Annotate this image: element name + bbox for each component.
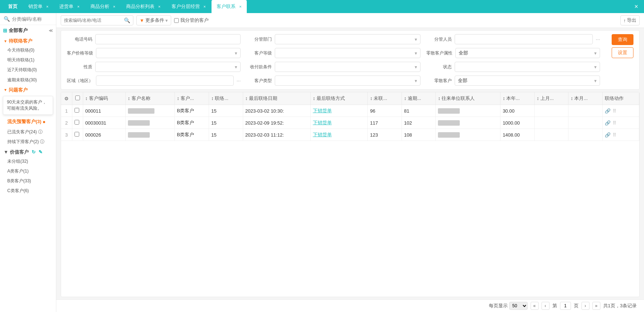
sidebar-item-today-pending[interactable]: 今天待联络(0): [0, 45, 56, 55]
refresh-icon[interactable]: ↻: [32, 149, 36, 155]
sidebar-item-class-b[interactable]: B类客户(33): [0, 176, 56, 186]
sidebar-item-churned[interactable]: 已流失客户(24) ⓘ: [0, 127, 56, 137]
value-section-title[interactable]: ▼ 价值客户 ↻ ✎: [0, 147, 56, 157]
payment-select[interactable]: ▾: [275, 62, 420, 72]
row-cb-1[interactable]: [72, 105, 83, 117]
th-year-amount[interactable]: ↕ 本年...: [500, 92, 535, 105]
th-last-contact-method[interactable]: ↕ 最后联络方式: [310, 92, 368, 105]
th-last-month-amount[interactable]: ↕ 上月...: [534, 92, 568, 105]
th-unit-contact[interactable]: ↕ 往来单位联系人: [436, 92, 500, 105]
th-overdue-days[interactable]: ↕ 逾期...: [402, 92, 435, 105]
status-select[interactable]: ▾: [455, 62, 600, 72]
action-more-icon-2[interactable]: ⠿: [613, 120, 616, 126]
th-last-contact-date[interactable]: ↕ 最后联络日期: [243, 92, 310, 105]
query-button[interactable]: 查询: [612, 34, 633, 45]
all-customers-header[interactable]: ⊞ 全部客户 ≪: [0, 25, 56, 36]
sidebar-item-week-pending[interactable]: 近7天待联络(0): [0, 65, 56, 75]
row-last-contact-method-1[interactable]: 下销货单: [310, 105, 368, 117]
close-customer-contact-icon[interactable]: ×: [239, 4, 241, 9]
scattered-attr-select[interactable]: 全部 ▾: [455, 48, 600, 58]
region-select[interactable]: [96, 76, 234, 86]
th-type[interactable]: ↕ 客户...: [174, 92, 209, 105]
nature-select[interactable]: ▾: [95, 62, 241, 72]
nav-tab-purchase[interactable]: 进货单 ×: [54, 0, 84, 13]
settings-icon[interactable]: ⚙: [64, 96, 69, 101]
th-this-month-amount[interactable]: ↕ 本月...: [568, 92, 602, 105]
sidebar-item-tomorrow-pending[interactable]: 明天待联络(1): [0, 55, 56, 65]
action-link-icon-3[interactable]: 🔗: [605, 132, 611, 138]
sidebar-item-declining[interactable]: 持续下滑客户(2) ⓘ: [0, 137, 56, 147]
export-icon: ↑: [624, 18, 626, 23]
th-contact-count[interactable]: ↕ 联络...: [209, 92, 243, 105]
sidebar-item-class-a[interactable]: A类客户(1): [0, 166, 56, 176]
nav-tab-customer-contact[interactable]: 客户联系 ×: [212, 0, 246, 13]
home-label: 首页: [8, 3, 17, 10]
nav-tab-goods-analysis[interactable]: 商品分析 ×: [85, 0, 120, 13]
my-customers-checkbox[interactable]: [174, 18, 179, 23]
select-all-checkbox[interactable]: [75, 96, 80, 100]
th-settings[interactable]: ⚙: [61, 92, 72, 105]
contact-method-link-1[interactable]: 下销货单: [313, 108, 332, 113]
th-no-contact-days[interactable]: ↕ 未联...: [368, 92, 402, 105]
action-icons-3: 🔗 ⠿: [605, 132, 637, 138]
sidebar-item-ungrouped[interactable]: 未分组(32): [0, 157, 56, 166]
problem-section-title[interactable]: ▼ 问题客户: [0, 85, 56, 94]
pending-section-title[interactable]: ▼ 待联络客户: [0, 36, 56, 45]
close-purchase-icon[interactable]: ×: [77, 4, 79, 9]
action-link-icon-1[interactable]: 🔗: [605, 108, 611, 114]
more-conditions-button[interactable]: ▼ 更多条件 ▾: [136, 15, 171, 25]
main-search-input[interactable]: [64, 18, 122, 23]
row-cb-3[interactable]: [72, 129, 83, 141]
next-page-button[interactable]: ›: [581, 302, 589, 310]
main-search-icon[interactable]: 🔍: [124, 17, 130, 23]
filter-cell-region: 区域（地区） ···: [67, 76, 246, 86]
nav-tab-sales[interactable]: 销货单 ×: [23, 0, 53, 13]
prev-page-button[interactable]: ‹: [542, 302, 550, 310]
page-size-dropdown[interactable]: 50 100: [509, 302, 528, 310]
row-checkbox-3[interactable]: [75, 132, 79, 137]
th-checkbox[interactable]: [72, 92, 83, 105]
phone-input[interactable]: [95, 34, 241, 44]
sidebar-item-class-c[interactable]: C类客户(6): [0, 186, 56, 196]
person-dots-icon[interactable]: ···: [596, 36, 600, 42]
row-cb-2[interactable]: [72, 117, 83, 129]
close-customer-tier-icon[interactable]: ×: [204, 4, 206, 9]
export-button[interactable]: ↑ 导出: [620, 15, 640, 25]
last-page-button[interactable]: »: [592, 302, 600, 310]
close-goods-analysis-icon[interactable]: ×: [113, 4, 115, 9]
first-page-button[interactable]: «: [531, 302, 539, 310]
nav-tab-home[interactable]: 首页: [3, 0, 23, 13]
action-link-icon-2[interactable]: 🔗: [605, 120, 611, 126]
action-more-icon-1[interactable]: ⠿: [613, 108, 616, 114]
region-dots-icon[interactable]: ···: [237, 78, 241, 84]
customer-grade-select[interactable]: ▾: [275, 48, 420, 58]
row-last-contact-method-3[interactable]: 下销货单: [310, 129, 368, 141]
page-number-input[interactable]: [560, 302, 571, 310]
payment-label: 收付款条件: [246, 64, 272, 70]
price-grade-select[interactable]: ▾: [96, 48, 241, 58]
row-checkbox-2[interactable]: [75, 120, 79, 125]
settings-button[interactable]: 设置: [612, 47, 633, 58]
action-more-icon-3[interactable]: ⠿: [613, 132, 616, 138]
person-select[interactable]: [455, 34, 593, 44]
sidebar-search-input[interactable]: [12, 16, 56, 22]
nav-tab-customer-tier[interactable]: 客户分层经营 ×: [166, 0, 211, 13]
nav-tab-goods-analysis-list[interactable]: 商品分析列表 ×: [121, 0, 165, 13]
edit-icon[interactable]: ✎: [39, 149, 43, 155]
warning-dot-icon: ●: [43, 118, 45, 126]
sidebar-item-overdue[interactable]: 逾期未联络(30): [0, 75, 56, 85]
my-customers-checkbox-wrap[interactable]: 我分管的客户: [174, 17, 209, 24]
close-sales-icon[interactable]: ×: [46, 4, 48, 9]
sidebar-item-churn-warning[interactable]: 流失预警客户(3) ●: [0, 116, 56, 127]
th-code[interactable]: ↕ 客户编码: [83, 92, 125, 105]
scattered-select[interactable]: 全部 ▾: [455, 76, 600, 86]
row-last-contact-method-2[interactable]: 下销货单: [310, 117, 368, 129]
row-checkbox-1[interactable]: [75, 108, 79, 113]
contact-method-link-2[interactable]: 下销货单: [313, 120, 332, 125]
th-name[interactable]: ↕ 客户名称: [125, 92, 174, 105]
customer-type-select[interactable]: ▾: [275, 76, 420, 86]
dept-select[interactable]: ▾: [275, 34, 420, 44]
contact-method-link-3[interactable]: 下销货单: [313, 132, 332, 137]
close-all-button[interactable]: ×: [631, 3, 641, 11]
close-goods-analysis-list-icon[interactable]: ×: [158, 4, 160, 9]
